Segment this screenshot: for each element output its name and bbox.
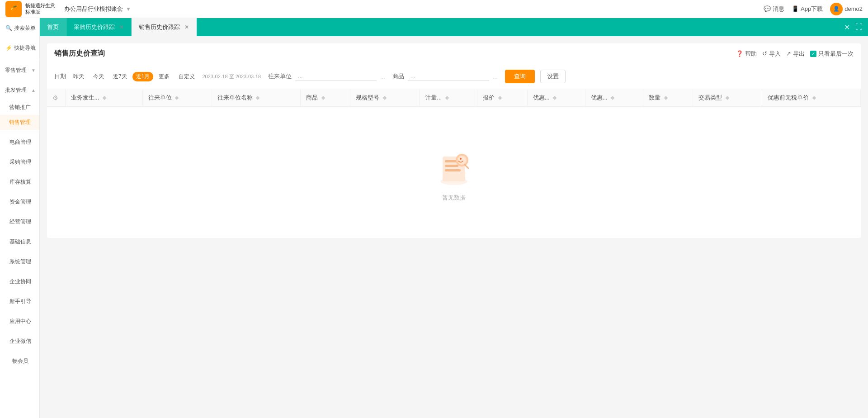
home-tab-label: 首页 [47, 23, 59, 31]
sort-icon-qty[interactable] [664, 96, 668, 100]
partner-input[interactable] [295, 72, 377, 81]
message-button[interactable]: 💬 消息 [764, 5, 784, 13]
help-icon: ❓ [736, 50, 743, 57]
col-unit: 计量... [420, 89, 477, 107]
sort-icon-pre-tax-price[interactable] [812, 96, 816, 100]
partner-filter-group: 往来单位 ... [268, 72, 385, 81]
quicknav-icon: ⚡ [5, 45, 12, 51]
search-icon: 🔍 [5, 25, 12, 31]
empty-illustration [431, 143, 476, 188]
col-discount1: 优惠... [527, 89, 585, 107]
sidebar-item-system[interactable]: 系统管理 [0, 252, 39, 271]
chip-1month[interactable]: 近1月 [132, 72, 154, 81]
tab-bar-actions: ✕ ⛶ [842, 21, 868, 33]
page-panel: 销售历史价查询 ❓ 帮助 ↺ 导入 ↗ 导出 [47, 43, 861, 238]
chevron-up-icon: ▲ [31, 88, 36, 93]
only-last-checkbox[interactable]: ✓ [810, 51, 816, 57]
main-layout: 🔍 搜索菜单 ⚡ 快捷导航 零售管理 ▼ 批发管理 ▲ 营销推广 销售管理 电商… [0, 18, 868, 418]
chevron-down-icon: ▼ [31, 68, 36, 73]
sidebar-item-marketing[interactable]: 营销推广 [0, 100, 39, 115]
sidebar-item-wechat[interactable]: 企业微信 [0, 331, 39, 351]
tab-sales[interactable]: 销售历史价跟踪 ✕ [132, 18, 197, 36]
chip-yesterday[interactable]: 昨天 [70, 72, 88, 81]
goods-input[interactable] [408, 72, 489, 81]
sidebar-item-enterprise[interactable]: 企业协同 [0, 271, 39, 291]
import-icon: ↺ [762, 50, 767, 57]
col-biz-date: 业务发生... [65, 89, 142, 107]
sidebar-item-newbie[interactable]: 新手引导 [0, 291, 39, 311]
tab-close-all-button[interactable]: ✕ [842, 21, 852, 33]
svg-rect-3 [445, 165, 458, 167]
download-icon: 📱 [792, 5, 799, 12]
sidebar-item-operation[interactable]: 经营管理 [0, 212, 39, 232]
col-qty: 数量 [643, 89, 693, 107]
date-label: 日期 [54, 72, 66, 81]
date-range-text: 2023-02-18 至 2023-03-18 [202, 73, 261, 80]
sort-icon-spec[interactable] [383, 96, 387, 100]
sort-icon-partner-name[interactable] [256, 96, 259, 100]
col-spec: 规格型号 [350, 89, 420, 107]
tab-home[interactable]: 首页 [40, 18, 66, 36]
export-button[interactable]: ↗ 导出 [786, 50, 805, 58]
sort-icon-biz-date[interactable] [103, 96, 106, 100]
avatar: 👤 [830, 3, 843, 15]
sidebar-item-quicknav[interactable]: ⚡ 快捷导航 [0, 38, 39, 58]
date-filter-group: 日期 昨天 今天 近7天 近1月 更多 自定义 2023-02-18 至 202… [54, 72, 261, 81]
sidebar-item-app-center[interactable]: 应用中心 [0, 311, 39, 331]
sidebar-item-purchase[interactable]: 采购管理 [0, 152, 39, 172]
top-bar: 🍊 畅捷通好生意 标准版 办公用品行业模拟账套 ▼ 💬 消息 📱 App下载 👤… [0, 0, 868, 18]
goods-filter-group: 商品 ... [392, 72, 498, 81]
sidebar-item-retail[interactable]: 零售管理 ▼ [0, 60, 39, 80]
tab-bar: 首页 采购历史价跟踪 ✕ 销售历史价跟踪 ✕ ✕ ⛶ [40, 18, 868, 36]
user-profile[interactable]: 👤 demo2 [830, 3, 863, 15]
tab-close-purchase[interactable]: ✕ [119, 24, 124, 30]
import-button[interactable]: ↺ 导入 [762, 50, 781, 58]
breadcrumb[interactable]: 办公用品行业模拟账套 ▼ [64, 5, 755, 13]
table-header: ⚙ 业务发生... 往来单位 [47, 89, 861, 107]
sidebar-item-wholesale[interactable]: 批发管理 ▲ [0, 80, 39, 100]
chip-7days[interactable]: 近7天 [109, 72, 131, 81]
help-button[interactable]: ❓ 帮助 [736, 50, 757, 58]
col-settings: ⚙ [47, 89, 65, 107]
sort-icon-goods[interactable] [321, 96, 325, 100]
sidebar-item-sales-mgmt[interactable]: 销售管理 [0, 115, 39, 130]
sidebar-item-member[interactable]: 畅会员 [0, 351, 39, 371]
chip-today[interactable]: 今天 [90, 72, 108, 81]
chip-custom[interactable]: 自定义 [175, 72, 198, 81]
empty-text: 暂无数据 [442, 194, 466, 202]
sidebar-item-ecommerce[interactable]: 电商管理 [0, 132, 39, 152]
sort-icon-quote[interactable] [498, 96, 502, 100]
col-discount2: 优惠... [585, 89, 643, 107]
app-download-button[interactable]: 📱 App下载 [792, 5, 823, 13]
goods-label: 商品 [392, 72, 404, 81]
tab-purchase[interactable]: 采购历史价跟踪 ✕ [66, 18, 132, 36]
purchase-tab-label: 采购历史价跟踪 [74, 23, 115, 31]
col-trade-type: 交易类型 [693, 89, 762, 107]
filter-bar: 日期 昨天 今天 近7天 近1月 更多 自定义 2023-02-18 至 202… [47, 64, 861, 89]
sort-icon-discount1[interactable] [553, 96, 557, 100]
date-chips: 昨天 今天 近7天 近1月 更多 自定义 2023-02-18 至 2023-0… [70, 72, 261, 81]
settings-button[interactable]: 设置 [540, 70, 566, 83]
only-last-checkbox-label[interactable]: ✓ 只看最后一次 [810, 50, 854, 58]
tab-close-sales[interactable]: ✕ [184, 24, 189, 30]
tab-maximize-button[interactable]: ⛶ [854, 21, 864, 33]
chip-more[interactable]: 更多 [155, 72, 173, 81]
sidebar-item-finance[interactable]: 资金管理 [0, 192, 39, 212]
app-logo: 🍊 [5, 1, 22, 17]
query-button[interactable]: 查询 [505, 70, 535, 83]
sort-icon-discount2[interactable] [611, 96, 614, 100]
settings-icon[interactable]: ⚙ [52, 94, 58, 101]
filter-action-buttons: 查询 设置 [505, 70, 566, 83]
page-header: 销售历史价查询 ❓ 帮助 ↺ 导入 ↗ 导出 [47, 43, 861, 64]
sidebar-item-search[interactable]: 🔍 搜索菜单 [0, 18, 39, 38]
sort-icon-unit[interactable] [445, 96, 449, 100]
empty-state: 暂无数据 [47, 107, 861, 238]
col-pre-tax-price: 优惠前无税单价 [762, 89, 861, 107]
page-content: 销售历史价查询 ❓ 帮助 ↺ 导入 ↗ 导出 [40, 36, 868, 418]
sort-icon-partner-code[interactable] [175, 96, 179, 100]
sort-icon-trade-type[interactable] [726, 96, 729, 100]
table-container: ⚙ 业务发生... 往来单位 [47, 89, 861, 238]
col-partner-name: 往来单位名称 [212, 89, 300, 107]
sidebar-item-basic[interactable]: 基础信息 [0, 232, 39, 252]
sidebar-item-inventory[interactable]: 库存核算 [0, 172, 39, 192]
